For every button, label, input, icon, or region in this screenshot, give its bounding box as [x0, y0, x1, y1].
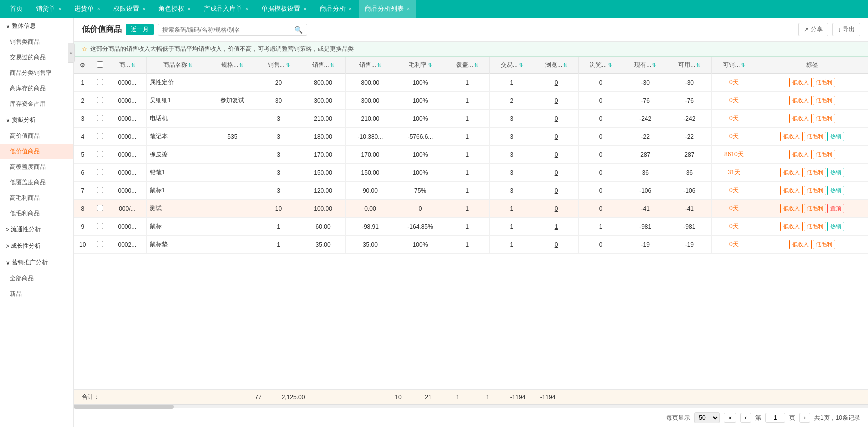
browse-link[interactable]: 0 — [555, 151, 558, 158]
browse-link[interactable]: 0 — [555, 133, 558, 140]
row-checkbox[interactable] — [97, 241, 103, 247]
browse-link[interactable]: 0 — [555, 79, 558, 86]
sidebar-collapse-button[interactable]: « — [68, 43, 75, 63]
cell-browse1[interactable]: 0 — [534, 92, 578, 110]
search-input[interactable] — [162, 26, 294, 33]
close-icon[interactable]: × — [303, 6, 306, 12]
sidebar-item-low-margin[interactable]: 低毛利商品 — [0, 206, 73, 221]
prev-page-button[interactable]: ‹ — [740, 413, 751, 423]
cell-checkbox[interactable] — [92, 128, 108, 146]
share-button[interactable]: ↗ 分享 — [798, 23, 828, 36]
browse-link[interactable]: 1 — [555, 223, 558, 230]
col-browse1[interactable]: 浏览...⇅ — [534, 57, 578, 74]
cell-browse1[interactable]: 0 — [534, 164, 578, 182]
per-page-select[interactable]: 50 100 — [694, 412, 720, 423]
row-checkbox[interactable] — [97, 97, 103, 103]
browse-link[interactable]: 0 — [555, 115, 558, 122]
cell-checkbox[interactable] — [92, 110, 108, 128]
nav-product-analysis[interactable]: 商品分析 × — [314, 0, 358, 18]
row-checkbox[interactable] — [97, 187, 103, 193]
close-icon[interactable]: × — [97, 6, 100, 12]
horizontal-scrollbar[interactable] — [74, 404, 868, 408]
cell-checkbox[interactable] — [92, 164, 108, 182]
sidebar-group-overall[interactable]: ∨ 整体信息 — [0, 18, 73, 34]
browse-link[interactable]: 0 — [555, 187, 558, 194]
col-code[interactable]: 商...⇅ — [108, 57, 147, 74]
cell-checkbox[interactable] — [92, 236, 108, 254]
sidebar-item-low-value[interactable]: 低价值商品 — [0, 144, 73, 159]
col-margin-rate[interactable]: 毛利率⇅ — [395, 57, 445, 74]
col-name[interactable]: 商品名称⇅ — [147, 57, 209, 74]
nav-permission-settings[interactable]: 权限设置 × — [107, 0, 151, 18]
cell-checkbox[interactable] — [92, 200, 108, 218]
cell-browse1[interactable]: 0 — [534, 146, 578, 164]
row-checkbox[interactable] — [97, 151, 103, 157]
sidebar-group-marketing[interactable]: ∨ 营销推广分析 — [0, 254, 73, 271]
next-page-button[interactable]: › — [799, 413, 810, 423]
nav-finished-goods[interactable]: 产成品入库单 × — [198, 0, 254, 18]
col-saleable-stock[interactable]: 可销...⇅ — [712, 57, 756, 74]
cell-browse1[interactable]: 1 — [534, 218, 578, 236]
row-checkbox[interactable] — [97, 223, 103, 229]
close-icon[interactable]: × — [187, 6, 190, 12]
col-browse2[interactable]: 浏览...⇅ — [579, 57, 623, 74]
row-checkbox[interactable] — [97, 79, 103, 85]
sidebar-item-inventory-capital[interactable]: 库存资金占用 — [0, 96, 73, 112]
col-settings[interactable]: ⚙ — [74, 57, 92, 74]
close-icon[interactable]: × — [349, 6, 352, 12]
nav-home[interactable]: 首页 — [4, 0, 29, 18]
col-sale-qty[interactable]: 销售...⇅ — [256, 57, 301, 74]
cell-browse1[interactable]: 0 — [534, 182, 578, 200]
sidebar-item-traded-products[interactable]: 交易过的商品 — [0, 50, 73, 65]
row-checkbox[interactable] — [97, 133, 103, 139]
select-all-checkbox[interactable] — [97, 61, 103, 68]
sidebar-group-growth[interactable]: > 成长性分析 — [0, 238, 73, 254]
browse-link[interactable]: 0 — [555, 97, 558, 104]
close-icon[interactable]: × — [407, 6, 410, 12]
cell-checkbox[interactable] — [92, 182, 108, 200]
nav-role-auth[interactable]: 角色授权 × — [152, 0, 196, 18]
nav-purchase-order[interactable]: 进货单 × — [68, 0, 106, 18]
browse-link[interactable]: 0 — [555, 205, 558, 212]
sidebar-item-high-value[interactable]: 高价值商品 — [0, 128, 73, 144]
close-icon[interactable]: × — [58, 6, 61, 12]
cell-browse1[interactable]: 0 — [534, 236, 578, 254]
cell-browse1[interactable]: 0 — [534, 200, 578, 218]
sidebar-item-sales-products[interactable]: 销售类商品 — [0, 34, 73, 50]
col-current-stock[interactable]: 现有...⇅ — [623, 57, 667, 74]
sidebar-group-contribution[interactable]: ∨ 贡献分析 — [0, 112, 73, 128]
sidebar-group-circulation[interactable]: > 流通性分析 — [0, 221, 73, 238]
cell-browse1[interactable]: 0 — [534, 128, 578, 146]
cell-browse1[interactable]: 0 — [534, 110, 578, 128]
row-checkbox[interactable] — [97, 169, 103, 175]
first-page-button[interactable]: « — [724, 413, 736, 423]
close-icon[interactable]: × — [142, 6, 145, 12]
nav-template-settings[interactable]: 单据模板设置 × — [255, 0, 312, 18]
col-sale-amount1[interactable]: 销售...⇅ — [301, 57, 345, 74]
sidebar-item-high-margin[interactable]: 高毛利商品 — [0, 190, 73, 206]
col-checkbox[interactable] — [92, 57, 108, 74]
col-available-stock[interactable]: 可用...⇅ — [667, 57, 712, 74]
col-coverage[interactable]: 覆盖...⇅ — [445, 57, 489, 74]
page-number-input[interactable] — [765, 413, 785, 423]
period-button[interactable]: 近一月 — [126, 24, 154, 35]
col-spec[interactable]: 规格...⇅ — [209, 57, 256, 74]
nav-sales-order[interactable]: 销货单 × — [30, 0, 67, 18]
sidebar-item-new-products[interactable]: 新品 — [0, 286, 73, 302]
sidebar-item-high-coverage[interactable]: 高覆盖度商品 — [0, 159, 73, 175]
browse-link[interactable]: 0 — [555, 241, 558, 248]
export-button[interactable]: ↓ 导出 — [832, 23, 860, 36]
cell-checkbox[interactable] — [92, 74, 108, 92]
sidebar-item-all-products[interactable]: 全部商品 — [0, 271, 73, 286]
col-sale-amount2[interactable]: 销售...⇅ — [345, 57, 395, 74]
cell-browse1[interactable]: 0 — [534, 74, 578, 92]
close-icon[interactable]: × — [245, 6, 248, 12]
cell-checkbox[interactable] — [92, 218, 108, 236]
cell-checkbox[interactable] — [92, 92, 108, 110]
col-trade[interactable]: 交易...⇅ — [489, 57, 534, 74]
sidebar-item-high-inventory[interactable]: 高库存的商品 — [0, 81, 73, 96]
browse-link[interactable]: 0 — [555, 169, 558, 176]
nav-product-analysis-list[interactable]: 商品分析列表 × — [359, 0, 416, 18]
cell-checkbox[interactable] — [92, 146, 108, 164]
sidebar-item-low-coverage[interactable]: 低覆盖度商品 — [0, 175, 73, 190]
